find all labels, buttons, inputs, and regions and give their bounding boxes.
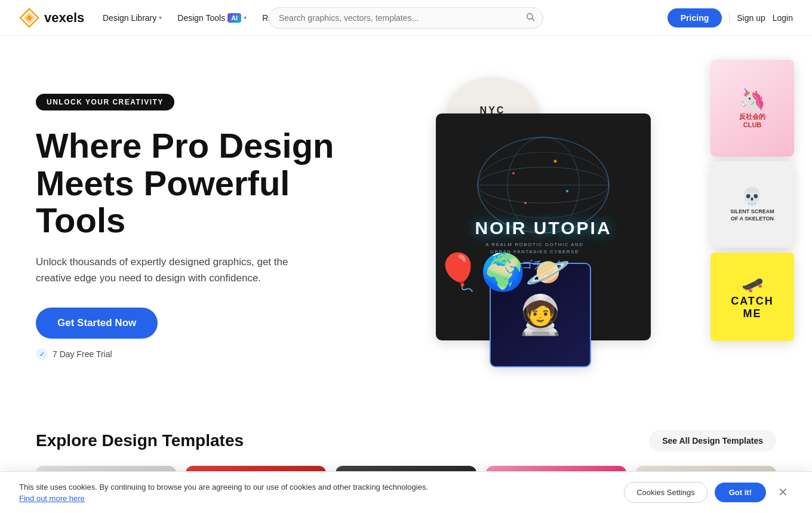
cookie-message: This site uses cookies. By continuing to… xyxy=(19,481,428,493)
svg-point-11 xyxy=(554,160,557,163)
cookies-settings-button[interactable]: Cookies Settings xyxy=(624,482,708,503)
got-it-button[interactable]: Got it! xyxy=(715,483,766,502)
check-icon: ✓ xyxy=(36,348,48,360)
chevron-down-icon: ▾ xyxy=(159,14,162,21)
nav-design-tools-label: Design Tools xyxy=(177,13,225,23)
login-button[interactable]: Login xyxy=(773,13,793,23)
logo[interactable]: vexels xyxy=(19,8,84,28)
cookie-close-button[interactable]: ✕ xyxy=(773,484,793,500)
pricing-button[interactable]: Pricing xyxy=(668,8,722,27)
hero-subtitle: Unlock thousands of expertly designed gr… xyxy=(36,254,293,286)
astronaut-emoji: 🧑‍🚀 xyxy=(516,293,564,337)
nav-design-tools[interactable]: Design Tools AI ▾ xyxy=(170,10,254,26)
explore-title: Explore Design Templates xyxy=(36,431,244,450)
hero-section: UNLOCK YOUR CREATIVITY Where Pro Design … xyxy=(0,36,812,406)
trial-label: 7 Day Free Trial xyxy=(53,349,112,359)
hero-image-container: NYC xyxy=(406,60,788,382)
nav-design-library[interactable]: Design Library ▾ xyxy=(96,10,169,26)
card-pink-text: 反社会的CLUB xyxy=(739,112,766,130)
svg-point-2 xyxy=(27,16,32,20)
skateboard-emoji: 🛹 xyxy=(731,274,774,295)
svg-point-13 xyxy=(524,202,527,204)
svg-point-3 xyxy=(527,13,533,19)
unicorn-emoji: 🦄 xyxy=(739,87,766,112)
cookie-banner: This site uses cookies. By continuing to… xyxy=(0,471,812,514)
card-skeleton-text: SILENT SCREAMOF A SKELETON xyxy=(730,208,774,222)
noir-title: NOIR UTOPIA xyxy=(475,218,611,238)
cookie-actions: Cookies Settings Got it! ✕ xyxy=(624,482,793,503)
planet-decoration: 🎈🌍🪐 xyxy=(436,251,570,293)
explore-header: Explore Design Templates See All Design … xyxy=(36,430,776,451)
hero-content: UNLOCK YOUR CREATIVITY Where Pro Design … xyxy=(36,94,346,360)
hero-visuals: NYC xyxy=(346,72,776,382)
svg-point-12 xyxy=(566,190,568,192)
skeleton-emoji: 💀 xyxy=(730,186,774,206)
design-card-pink: 🦄 反社会的CLUB xyxy=(710,60,794,156)
navbar: vexels Design Library ▾ Design Tools AI … xyxy=(0,0,812,36)
nav-divider xyxy=(729,12,730,24)
hero-title: Where Pro Design Meets Powerful Tools xyxy=(36,127,346,239)
nav-design-library-label: Design Library xyxy=(103,13,156,23)
logo-icon xyxy=(19,8,39,28)
signup-button[interactable]: Sign up xyxy=(737,13,765,23)
chevron-down-icon-2: ▾ xyxy=(244,14,247,21)
get-started-button[interactable]: Get Started Now xyxy=(36,308,158,339)
search-container xyxy=(269,7,543,29)
svg-line-4 xyxy=(532,19,534,20)
card-yellow-text: CATCHME xyxy=(731,295,774,320)
svg-point-10 xyxy=(512,172,515,174)
design-card-skeleton: 💀 SILENT SCREAMOF A SKELETON xyxy=(710,161,794,248)
navbar-actions: Pricing Sign up Login xyxy=(668,8,793,27)
search-input[interactable] xyxy=(269,7,543,29)
free-trial: ✓ 7 Day Free Trial xyxy=(36,348,346,360)
design-card-yellow: 🛹 CATCHME xyxy=(710,253,794,341)
cookie-text-block: This site uses cookies. By continuing to… xyxy=(19,481,428,504)
see-all-templates-button[interactable]: See All Design Templates xyxy=(649,430,776,451)
hero-badge: UNLOCK YOUR CREATIVITY xyxy=(36,94,174,110)
search-icon xyxy=(525,12,535,24)
logo-text: vexels xyxy=(44,10,84,26)
cookie-find-more-link[interactable]: Find out more here xyxy=(19,494,85,503)
ai-badge: AI xyxy=(227,13,241,23)
